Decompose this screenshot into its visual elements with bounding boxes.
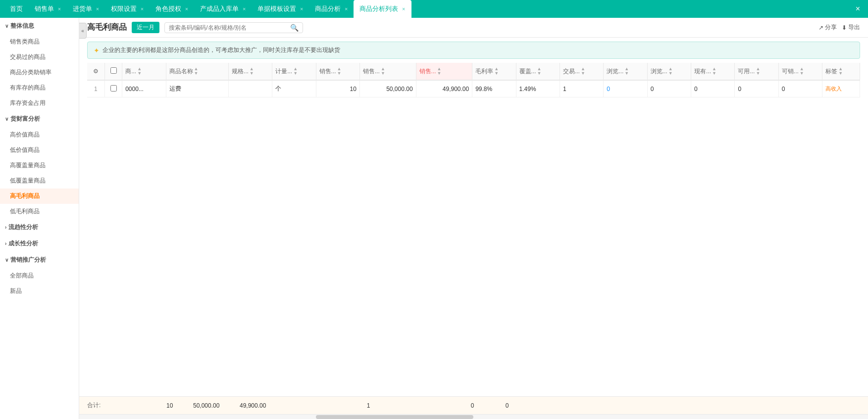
row-checkbox[interactable] [110,85,117,92]
search-box: 🔍 [164,22,303,33]
search-input[interactable] [169,24,290,31]
col-available-stock[interactable]: 可用... ▲▼ [735,63,778,80]
col-checkbox[interactable] [104,63,122,80]
footer-sales-profit: 49,900.00 [221,402,266,409]
nav-home[interactable]: 首页 [4,0,29,18]
sidebar-collapse-button[interactable]: « [79,23,87,39]
col-unit[interactable]: 计量... ▲▼ [272,63,316,80]
cell-available-stock: 0 [735,80,778,97]
section-marketing-label: 营销推广分析 [10,256,46,264]
col-transactions[interactable]: 交易... ▲▼ [560,63,603,80]
export-button[interactable]: ⬇ 导出 [842,23,860,32]
horizontal-scrollbar[interactable] [79,414,868,419]
nav-permissions-close[interactable]: × [141,6,144,12]
col-spec[interactable]: 规格... ▲▼ [228,63,272,80]
nav-permissions[interactable]: 权限设置 × [105,0,150,18]
nav-product-analysis-list[interactable]: 商品分析列表 × [354,0,411,18]
col-settings[interactable]: ⚙ [87,63,104,80]
nav-template-settings[interactable]: 单据模板设置 × [252,0,309,18]
sidebar-item-category-sales-rate[interactable]: 商品分类助销率 [0,65,79,80]
sidebar-item-low-margin[interactable]: 低毛利商品 [0,204,79,219]
cell-coverage: 1.49% [516,80,560,97]
sidebar-section-flow[interactable]: › 流趋性分析 [0,219,79,235]
nav-roles-close[interactable]: × [185,6,188,12]
col-sales-qty[interactable]: 销售... ▲▼ [316,63,359,80]
select-all-checkbox[interactable] [110,67,117,74]
sidebar-item-low-value[interactable]: 低价值商品 [0,142,79,158]
col-gross-margin[interactable]: 毛利率 ▲▼ [472,63,516,80]
info-text: 企业的主要的利润都是这部分商品创造的，可考虑加大推广，同时关注库存是不要出现缺货 [102,46,340,54]
sidebar-item-traded-goods[interactable]: 交易过的商品 [0,49,79,65]
footer-sales-amount: 50,000.00 [175,402,219,409]
share-button[interactable]: ↗ 分享 [818,23,837,32]
cell-sales-profit: 49,900.00 [416,80,472,97]
col-name[interactable]: 商品名称 ▲▼ [166,63,228,80]
nav-product-analysis[interactable]: 商品分析 × [309,0,354,18]
col-tag[interactable]: 标签 ▲▼ [822,63,860,80]
nav-sales-order-close[interactable]: × [58,6,61,12]
sidebar-item-in-stock-goods[interactable]: 有库存的商品 [0,80,79,95]
col-views1[interactable]: 浏览... ▲▼ [604,63,647,80]
nav-roles[interactable]: 角色授权 × [150,0,194,18]
content-header: 高毛利商品 近一月 🔍 ↗ 分享 ⬇ 导出 [79,18,868,38]
info-icon: ✦ [94,47,100,54]
table-container: ⚙ 商... ▲▼ 商品名称 [79,63,868,396]
cell-index: 1 [87,80,104,97]
footer-spacer3 [301,402,335,409]
sidebar-item-stock-capital[interactable]: 库存资金占用 [0,95,79,111]
data-table: ⚙ 商... ▲▼ 商品名称 [87,63,860,97]
sidebar-section-marketing[interactable]: ∨ 营销推广分析 [0,252,79,268]
col-sales-profit[interactable]: 销售... ▲▼ [416,63,472,80]
nav-purchase-order-close[interactable]: × [96,6,99,12]
info-banner: ✦ 企业的主要的利润都是这部分商品创造的，可考虑加大推广，同时关注库存是不要出现… [87,42,860,59]
sidebar-item-all-goods[interactable]: 全部商品 [0,268,79,283]
nav-purchase-order[interactable]: 进货单 × [67,0,105,18]
cell-views2: 0 [647,80,691,97]
col-code[interactable]: 商... ▲▼ [122,63,166,80]
nav-close-all[interactable]: × [852,4,864,13]
section-flow-label: 流趋性分析 [8,223,38,232]
sidebar-section-wealth[interactable]: ∨ 货财富分析 [0,111,79,127]
cell-spec [228,80,272,97]
top-navigation: 首页 销售单 × 进货单 × 权限设置 × 角色授权 × 产成品入库单 × 单据… [0,0,868,18]
time-filter-button[interactable]: 近一月 [132,22,159,33]
sidebar-item-high-coverage[interactable]: 高覆盖量商品 [0,158,79,173]
col-current-stock[interactable]: 现有... ▲▼ [691,63,735,80]
sidebar-item-new-goods[interactable]: 新品 [0,283,79,299]
nav-product-analysis-close[interactable]: × [345,6,348,12]
nav-product-inbound-close[interactable]: × [243,6,246,12]
sidebar-item-sales-goods[interactable]: 销售类商品 [0,34,79,49]
section-flow-arrow: › [5,225,6,230]
footer-total: 合计: 10 50,000.00 49,900.00 1 0 0 [79,396,868,414]
footer-spacer2 [266,402,301,409]
col-coverage[interactable]: 覆盖... ▲▼ [516,63,560,80]
section-overall-label: 整体信息 [10,22,34,30]
nav-product-analysis-list-close[interactable]: × [402,6,405,12]
nav-sales-order[interactable]: 销售单 × [29,0,67,18]
nav-product-inbound[interactable]: 产成品入库单 × [194,0,252,18]
scrollbar-thumb[interactable] [316,415,474,419]
section-wealth-arrow: ∨ [5,116,8,122]
col-sellable-stock[interactable]: 可销... ▲▼ [778,63,822,80]
nav-template-close[interactable]: × [300,6,303,12]
col-views2[interactable]: 浏览... ▲▼ [647,63,691,80]
cell-unit: 个 [272,80,316,97]
cell-checkbox[interactable] [104,80,122,97]
tag-label: 高收入 [825,86,842,92]
search-icon[interactable]: 🔍 [290,24,299,32]
cell-sales-amount: 50,000.00 [359,80,416,97]
header-actions: ↗ 分享 ⬇ 导出 [818,23,860,32]
sidebar-item-high-value[interactable]: 高价值商品 [0,127,79,142]
views1-link[interactable]: 0 [607,86,610,93]
col-sales-amount[interactable]: 销售... ▲▼ [359,63,416,80]
sidebar-section-growth[interactable]: › 成长性分析 [0,235,79,252]
sidebar-item-high-margin[interactable]: 高毛利商品 [0,188,79,204]
footer-available-stock: 0 [474,402,509,409]
share-icon: ↗ [818,24,823,31]
section-growth-arrow: › [5,241,6,246]
footer-sales-qty: 10 [138,402,173,409]
sidebar-item-low-coverage[interactable]: 低覆盖量商品 [0,173,79,188]
cell-views1[interactable]: 0 [604,80,647,97]
footer-cells: 10 50,000.00 49,900.00 1 0 0 [108,402,860,409]
sidebar-section-overall[interactable]: ∨ 整体信息 [0,18,79,34]
